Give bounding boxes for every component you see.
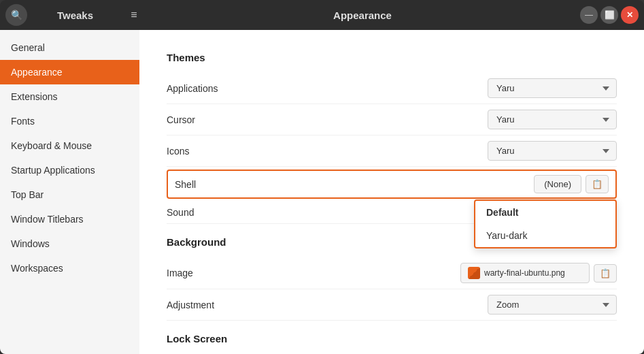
cursor-select[interactable]: Yaru [488, 110, 617, 129]
window-body: General Appearance Extensions Fonts Keyb… [0, 30, 644, 354]
applications-row: Applications Yaru [167, 73, 617, 104]
applications-select[interactable]: Yaru [488, 78, 617, 98]
minimize-icon: — [585, 10, 593, 20]
sidebar-item-label: General [11, 42, 45, 53]
copy-icon: 📋 [600, 268, 611, 278]
copy-icon: 📋 [592, 179, 603, 189]
icons-row: Icons Yaru [167, 135, 617, 167]
sidebar-item-appearance[interactable]: Appearance [0, 60, 139, 84]
sidebar-item-label: Keyboard & Mouse [11, 140, 92, 151]
bg-image-label: Image [167, 268, 193, 278]
window-title: Appearance [145, 10, 580, 21]
search-button[interactable]: 🔍 [5, 4, 27, 26]
titlebar-left: 🔍 Tweaks ≡ [5, 4, 145, 26]
shell-control: (None) 📋 [534, 175, 609, 193]
applications-label: Applications [167, 83, 218, 94]
sidebar-item-label: Fonts [11, 116, 35, 127]
cursor-label: Cursor [167, 114, 195, 125]
sidebar-item-label: Windows [11, 238, 50, 249]
minimize-button[interactable]: — [580, 6, 598, 24]
lockscreen-section-title: Lock Screen [167, 333, 617, 344]
close-button[interactable]: ✕ [621, 6, 639, 24]
app-title: Tweaks [31, 10, 119, 21]
applications-control: Yaru [481, 78, 617, 98]
sidebar-item-startup-applications[interactable]: Startup Applications [0, 158, 139, 182]
maximize-button[interactable]: ⬜ [600, 6, 618, 24]
maximize-icon: ⬜ [605, 10, 615, 20]
bg-image-selector[interactable]: warty-final-ubuntu.png [460, 263, 590, 283]
dropdown-item-yaru-dark[interactable]: Yaru-dark [475, 224, 615, 247]
icons-label: Icons [167, 146, 189, 157]
sidebar-item-label: Workspaces [11, 263, 63, 274]
shell-value: (None) [534, 175, 581, 193]
sidebar: General Appearance Extensions Fonts Keyb… [0, 30, 139, 354]
bg-adjustment-select[interactable]: Zoom [488, 295, 617, 315]
bg-image-copy-button[interactable]: 📋 [594, 264, 617, 283]
shell-row-inner: Shell (None) 📋 [167, 170, 617, 199]
themes-section-title: Themes [167, 52, 617, 63]
sidebar-item-keyboard-mouse[interactable]: Keyboard & Mouse [0, 133, 139, 158]
sidebar-item-label: Startup Applications [11, 165, 95, 176]
titlebar: 🔍 Tweaks ≡ Appearance — ⬜ ✕ [0, 0, 644, 30]
sound-label: Sound [167, 207, 194, 218]
menu-icon: ≡ [131, 9, 137, 21]
cursor-control: Yaru [481, 110, 617, 129]
menu-button[interactable]: ≡ [123, 4, 145, 26]
bg-image-row: Image warty-final-ubuntu.png 📋 [167, 257, 617, 289]
icons-select[interactable]: Yaru [488, 141, 617, 161]
sidebar-item-label: Appearance [11, 67, 63, 78]
sidebar-item-workspaces[interactable]: Workspaces [0, 256, 139, 280]
sidebar-item-fonts[interactable]: Fonts [0, 109, 139, 133]
sidebar-item-label: Window Titlebars [11, 214, 84, 225]
sidebar-item-window-titlebars[interactable]: Window Titlebars [0, 207, 139, 231]
sidebar-item-general[interactable]: General [0, 35, 139, 60]
main-content: Themes Applications Yaru Cursor Yaru [139, 30, 644, 354]
sidebar-item-extensions[interactable]: Extensions [0, 84, 139, 109]
sidebar-item-windows[interactable]: Windows [0, 231, 139, 256]
bg-adjustment-row: Adjustment Zoom [167, 289, 617, 321]
bg-adjustment-label: Adjustment [167, 300, 214, 310]
sidebar-item-top-bar[interactable]: Top Bar [0, 182, 139, 207]
cursor-row: Cursor Yaru [167, 104, 617, 135]
sidebar-item-label: Extensions [11, 91, 57, 102]
close-icon: ✕ [626, 10, 633, 20]
shell-dropdown-popup: Default Yaru-dark [474, 199, 617, 248]
shell-row: Shell (None) 📋 Default Yaru-dark [167, 167, 617, 202]
bg-image-thumbnail [468, 267, 480, 279]
shell-label: Shell [175, 179, 196, 190]
search-icon: 🔍 [11, 10, 22, 20]
icons-control: Yaru [481, 141, 617, 161]
window-controls: — ⬜ ✕ [580, 6, 639, 24]
sidebar-item-label: Top Bar [11, 189, 44, 200]
app-window: 🔍 Tweaks ≡ Appearance — ⬜ ✕ General [0, 0, 644, 354]
dropdown-item-default[interactable]: Default [475, 201, 615, 224]
shell-copy-button[interactable]: 📋 [586, 175, 609, 193]
bg-image-control: warty-final-ubuntu.png 📋 [460, 263, 617, 283]
bg-image-filename: warty-final-ubuntu.png [484, 268, 582, 278]
bg-adjustment-control: Zoom [481, 295, 617, 315]
